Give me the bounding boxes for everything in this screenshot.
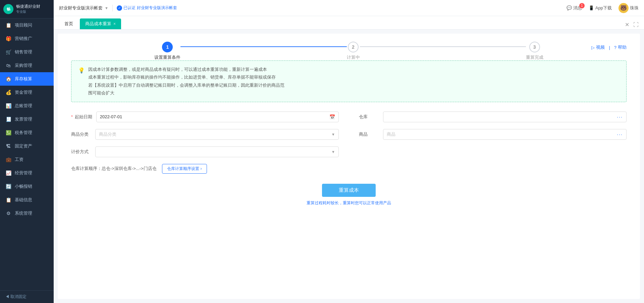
finance-icon: 💰: [5, 89, 11, 95]
sidebar-item-label: 系统管理: [15, 210, 32, 216]
notification-badge: 1: [579, 3, 585, 8]
accounting-icon: 📊: [5, 103, 11, 109]
sidebar-item-tax[interactable]: 💹 税务管理: [0, 126, 54, 139]
sidebar-footer-toggle[interactable]: ◀ 取消固定: [0, 290, 54, 303]
payroll-icon: 💼: [5, 157, 11, 163]
tab-cost-recalc[interactable]: 商品成本重算 ×: [80, 18, 121, 29]
operation-icon: 📈: [5, 170, 11, 176]
help-links: ▷ 视频 | ? 帮助: [591, 44, 627, 50]
user-menu[interactable]: 🐻 珠珠: [619, 3, 639, 13]
certified-account: 好业财专业版演示帐套: [137, 5, 177, 11]
info-content: 因成本计算参数调整，或是对商品成本有疑问时，可以通过成本重算功能，重新计算一遍成…: [88, 66, 284, 97]
sidebar-title-group: 畅捷通好业财 专业版: [16, 4, 40, 14]
bulb-icon: 💡: [78, 66, 85, 97]
category-row: 商品分类 商品分类 ▼: [71, 129, 339, 140]
account-selector[interactable]: 好业财专业版演示帐套 ▼: [59, 5, 108, 11]
app-download-button[interactable]: 📱 App下载: [589, 5, 612, 11]
tax-icon: 💹: [5, 130, 11, 136]
chevron-down-icon: ▼: [105, 6, 108, 10]
form-grid: * 起始日期 2022-07-01 📅 仓库 ··· 商品分类 商品分: [71, 112, 627, 157]
step-3-label: 重算完成: [526, 54, 543, 60]
tab-home[interactable]: 首页: [59, 18, 78, 29]
sidebar-item-report[interactable]: 🔄 小畅报销: [0, 180, 54, 193]
sidebar-item-project[interactable]: 📋 项目顾问: [0, 18, 54, 32]
fullscreen-icon[interactable]: ⛶: [633, 22, 639, 28]
goods-input[interactable]: 商品 ···: [383, 129, 627, 140]
calc-order-btn-label: 仓库计算顺序设置: [167, 166, 199, 172]
message-button[interactable]: 💬 消息 1: [567, 5, 582, 11]
start-date-row: * 起始日期 2022-07-01 📅: [71, 112, 339, 122]
warehouse-label: 仓库: [359, 114, 379, 120]
topbar-right: 💬 消息 1 📱 App下载 🐻 珠珠: [567, 3, 639, 13]
question-icon: ?: [614, 45, 616, 50]
certified-status: ✓ 已认证 好业财专业版演示帐套: [117, 5, 177, 11]
sidebar-item-operation[interactable]: 📈 经营管理: [0, 166, 54, 180]
start-date-value: 2022-07-01: [100, 114, 122, 119]
recalc-submit-button[interactable]: 重算成本: [322, 184, 376, 197]
tabs-right-controls: ✕ ⛶: [625, 21, 639, 29]
tab-bar: 首页 商品成本重算 × ✕ ⛶: [54, 16, 644, 30]
basic-icon: 📋: [5, 197, 11, 203]
submit-section: 重算成本 重算过程耗时较长，重算时您可以正常使用产品: [71, 184, 627, 206]
certified-label: 已认证: [123, 5, 136, 11]
unpin-label: ◀ 取消固定: [5, 294, 26, 300]
sidebar-item-invoice[interactable]: 🧾 发票管理: [0, 113, 54, 126]
help-link[interactable]: ? 帮助: [614, 44, 627, 50]
category-select[interactable]: 商品分类 ▼: [95, 129, 339, 140]
sidebar-item-accounting[interactable]: 📊 总账管理: [0, 99, 54, 113]
help-label: 帮助: [618, 44, 627, 50]
sidebar-item-label: 固定资产: [15, 143, 32, 149]
step-2: 2 计算中: [347, 42, 360, 60]
main-content: 1 设置重算条件 2 计算中 3 重算完成: [58, 34, 640, 299]
calendar-icon: 📅: [329, 114, 335, 120]
account-name: 好业财专业版演示帐套: [59, 5, 103, 11]
calc-order-label: 仓库计算顺序：总仓->深圳仓库->...->门店仓: [71, 166, 157, 172]
sidebar-item-marketing[interactable]: 🎁 营销推广: [0, 32, 54, 45]
tab-home-label: 首页: [64, 21, 73, 27]
app-download-label: App下载: [595, 5, 612, 11]
info-line-4: 围可能会扩大: [88, 89, 284, 97]
sidebar-item-payroll[interactable]: 💼 工资: [0, 153, 54, 166]
sidebar-item-label: 营销推广: [15, 36, 32, 42]
step-line-2: [360, 46, 526, 47]
inventory-icon: 🏠: [5, 76, 11, 82]
steps-wrapper: 1 设置重算条件 2 计算中 3 重算完成: [154, 42, 543, 60]
sales-icon: 🛒: [5, 49, 11, 55]
sidebar-item-sales[interactable]: 🛒 销售管理: [0, 45, 54, 59]
dots-icon: ···: [617, 132, 623, 137]
warehouse-input[interactable]: ···: [383, 112, 627, 122]
info-line-3: 若【系统设置】中启用了自动调整记账日期时，会调整入库单的整单记账日期，因此重新计…: [88, 81, 284, 89]
topbar-divider: [112, 5, 113, 11]
user-name: 珠珠: [630, 5, 639, 11]
sidebar-item-purchase[interactable]: 🛍 采购管理: [0, 59, 54, 72]
marketing-icon: 🎁: [5, 36, 11, 42]
calc-order-row: 仓库计算顺序：总仓->深圳仓库->...->门店仓 仓库计算顺序设置 ›: [71, 164, 627, 174]
step-2-label: 计算中: [347, 54, 360, 60]
sidebar-item-system[interactable]: ⚙ 系统管理: [0, 207, 54, 220]
calc-order-settings-button[interactable]: 仓库计算顺序设置 ›: [162, 164, 207, 174]
sidebar-item-finance[interactable]: 💰 资金管理: [0, 86, 54, 99]
close-icon[interactable]: ✕: [625, 21, 629, 28]
step-3-circle: 3: [529, 42, 540, 52]
sidebar: 畅 畅捷通好业财 专业版 📋 项目顾问 🎁 营销推广 🛒 销售管理 🛍 采购管理…: [0, 0, 54, 303]
tab-close-icon[interactable]: ×: [113, 21, 116, 26]
sidebar-item-assets[interactable]: 🏗 固定资产: [0, 139, 54, 153]
sidebar-item-basic[interactable]: 📋 基础信息: [0, 193, 54, 207]
app-edition: 专业版: [16, 9, 40, 14]
assets-icon: 🏗: [5, 143, 11, 149]
price-method-select[interactable]: ▼: [95, 146, 339, 157]
play-icon: ▷: [591, 45, 595, 50]
message-icon: 💬: [567, 5, 572, 10]
chevron-down-icon: ▼: [331, 132, 335, 136]
submit-label: 重算成本: [339, 187, 359, 193]
goods-row: 商品 商品 ···: [359, 129, 627, 140]
tab-active-label: 商品成本重算: [85, 21, 111, 27]
step-1: 1 设置重算条件: [154, 42, 180, 60]
certified-icon: ✓: [117, 5, 122, 11]
chevron-down-icon: ▼: [331, 150, 335, 154]
start-date-input[interactable]: 2022-07-01 📅: [96, 112, 339, 122]
sidebar-item-inventory[interactable]: 🏠 库存核算: [0, 72, 54, 86]
step-1-circle: 1: [162, 42, 173, 52]
goods-placeholder: 商品: [387, 131, 617, 137]
video-link[interactable]: ▷ 视频: [591, 44, 605, 50]
